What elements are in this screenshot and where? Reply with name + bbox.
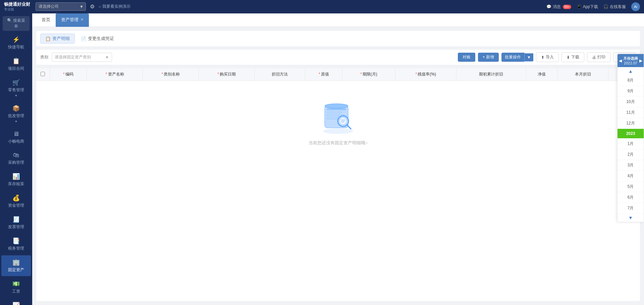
import-icon: ⬆: [541, 55, 544, 60]
message-label: 消息: [553, 4, 561, 10]
download-btn-label: 下载: [571, 54, 579, 60]
sidebar-item-invoice-label: 发票管理: [8, 224, 24, 230]
search-icon: 🔍: [7, 18, 12, 23]
select-all-checkbox[interactable]: [41, 72, 45, 76]
collapse-left-icon[interactable]: ◀: [619, 58, 622, 63]
month-item-6[interactable]: 6月: [618, 192, 644, 203]
sidebar-item-retail[interactable]: 🛒 零售管理 ▼: [1, 75, 31, 101]
message-btn[interactable]: 💬 消息 99+: [546, 4, 571, 10]
add-btn[interactable]: + 新增: [478, 53, 499, 62]
reconcile-btn[interactable]: 对账: [458, 53, 475, 62]
month-list: 8月 9月 10月 11月 12月 2023 1月 2月 3月 4月 5月 6月…: [618, 75, 644, 214]
month-item-2[interactable]: 2月: [618, 149, 644, 160]
batch-dropdown-icon[interactable]: ▼: [525, 53, 533, 61]
month-item-3[interactable]: 3月: [618, 160, 644, 171]
sidebar-item-project-label: 项目合同: [8, 66, 24, 71]
tab-asset-mgmt-label: 资产管理: [61, 17, 78, 23]
tab-home-label: 首页: [42, 17, 50, 23]
sub-tab-asset-detail-label: 资产明细: [52, 36, 70, 42]
company-selector[interactable]: 请选择公司 ▼: [36, 2, 86, 11]
sidebar-item-invoice[interactable]: 🧾 发票管理: [1, 212, 31, 233]
batch-btn[interactable]: 批量操作: [501, 53, 525, 62]
page-content: 📋 资产明细 📄 变更生成凭证 类别 请选择固定资产类别 ▼: [32, 27, 644, 305]
scroll-down-btn[interactable]: ▼: [618, 214, 644, 222]
app-download-btn[interactable]: 📱 App下载: [577, 4, 598, 10]
svg-point-8: [340, 118, 346, 124]
user-avatar[interactable]: Ai: [631, 2, 640, 11]
online-service-btn[interactable]: 🎧 在线客服: [603, 4, 626, 10]
settings-icon[interactable]: ⚙: [89, 2, 96, 11]
project-icon: 📋: [12, 57, 20, 65]
th-net-value: 净值: [526, 68, 557, 81]
import-btn[interactable]: ⬆ 导入: [536, 52, 559, 62]
payroll-icon: 💵: [12, 280, 20, 288]
tab-bar: 首页 资产管理 ✕: [32, 13, 644, 27]
company-selector-text: 请选择公司: [39, 4, 59, 9]
sidebar-search[interactable]: 🔍 搜索菜单: [3, 16, 30, 31]
th-monthly-depreciation: 本月折旧: [558, 68, 608, 81]
sidebar-item-tax[interactable]: 📑 税务管理: [1, 234, 31, 255]
demo-link[interactable]: ○ 我要看实例演示: [99, 4, 130, 9]
top-bar: 畅捷通好业财 专业版 请选择公司 ▼ ⚙ ○ 我要看实例演示 💬 消息 99+ …: [0, 0, 644, 13]
app-edition: 专业版: [4, 7, 14, 12]
month-panel-year: 2022.07: [624, 61, 637, 65]
sidebar-item-operations[interactable]: 📈 经营管理: [1, 298, 31, 305]
sub-tabs: 📋 资产明细 📄 变更生成凭证: [36, 31, 640, 46]
toolbar: 类别 请选择固定资产类别 ▼ 对账 + 新增 批量操作 ▼: [36, 50, 640, 65]
fixed-assets-icon: 🏢: [12, 259, 20, 266]
tab-close-icon[interactable]: ✕: [80, 17, 84, 22]
category-filter-placeholder: 请选择固定资产类别: [55, 55, 91, 59]
empty-text: 当前您还没有固定资产明细哦~: [309, 140, 368, 146]
app-body: 🔍 搜索菜单 ⚡ 快捷导航 📋 项目合同 🛒 零售管理 ▼ 📦 批发管理 ▼ 🖥…: [0, 13, 644, 305]
month-item-12[interactable]: 12月: [618, 118, 644, 129]
sidebar-item-inventory-label: 库存核算: [8, 181, 24, 187]
inventory-icon: 📊: [12, 173, 20, 180]
sidebar-item-wholesale[interactable]: 📦 批发管理 ▼: [1, 101, 31, 126]
table-wrapper[interactable]: *编码 *资产名称 *类别名称 *购买日期 折旧方法 *原值 *期限(月) *残…: [36, 68, 640, 301]
sidebar-item-ecommerce[interactable]: 🖥 小畅电商: [1, 127, 31, 148]
message-badge: 99+: [563, 5, 571, 9]
month-item-11[interactable]: 11月: [618, 107, 644, 118]
sub-tab-asset-detail[interactable]: 📋 资产明细: [40, 34, 75, 44]
collapse-right-icon[interactable]: ▶: [639, 58, 642, 63]
empty-state: 当前您还没有固定资产明细哦~: [36, 81, 640, 166]
sub-tab-change-voucher[interactable]: 📄 变更生成凭证: [76, 34, 119, 43]
batch-btn-group: 批量操作 ▼: [501, 53, 533, 62]
sidebar-item-purchase[interactable]: 🛍 采购管理: [1, 148, 31, 169]
sidebar-item-quicknav[interactable]: ⚡ 快捷导航: [1, 33, 31, 53]
month-item-5[interactable]: 5月: [618, 182, 644, 192]
message-icon: 💬: [546, 4, 551, 9]
finance-icon: 💰: [12, 194, 20, 202]
phone-icon: 📱: [577, 4, 582, 9]
download-btn[interactable]: ⬇ 下载: [561, 52, 584, 62]
sidebar-item-project[interactable]: 📋 项目合同: [1, 54, 31, 75]
scroll-up-btn[interactable]: ▲: [618, 67, 644, 75]
wholesale-icon: 📦: [12, 105, 20, 112]
operations-icon: 📈: [12, 302, 20, 305]
month-item-9[interactable]: 9月: [618, 86, 644, 97]
tab-asset-mgmt[interactable]: 资产管理 ✕: [56, 13, 89, 27]
month-item-10[interactable]: 10月: [618, 97, 644, 107]
avatar-text: Ai: [634, 5, 637, 9]
demo-link-text: 我要看实例演示: [102, 4, 130, 9]
sidebar-item-inventory[interactable]: 📊 库存核算: [1, 169, 31, 190]
asset-detail-icon: 📋: [45, 36, 51, 41]
sub-tab-change-voucher-label: 变更生成凭证: [88, 36, 114, 42]
tax-icon: 📑: [12, 237, 20, 245]
tab-home[interactable]: 首页: [36, 13, 56, 27]
asset-table: *编码 *资产名称 *类别名称 *购买日期 折旧方法 *原值 *期限(月) *残…: [36, 68, 640, 81]
month-item-8[interactable]: 8月: [618, 75, 644, 86]
sidebar-item-payroll[interactable]: 💵 工资: [1, 277, 31, 298]
category-filter[interactable]: 请选择固定资产类别 ▼: [52, 53, 112, 62]
month-item-1[interactable]: 1月: [618, 139, 644, 149]
th-residual-rate: *残值率(%): [395, 68, 456, 81]
svg-point-0: [323, 129, 353, 134]
month-item-7[interactable]: 7月: [618, 203, 644, 214]
sidebar-item-fixed-assets[interactable]: 🏢 固定资产: [1, 255, 31, 276]
svg-point-6: [325, 104, 348, 108]
svg-rect-2: [327, 108, 346, 110]
print-btn[interactable]: 🖨 打印: [587, 52, 610, 62]
online-service-label: 在线客服: [610, 4, 626, 10]
sidebar-item-finance[interactable]: 💰 资金管理: [1, 191, 31, 212]
month-item-4[interactable]: 4月: [618, 171, 644, 182]
